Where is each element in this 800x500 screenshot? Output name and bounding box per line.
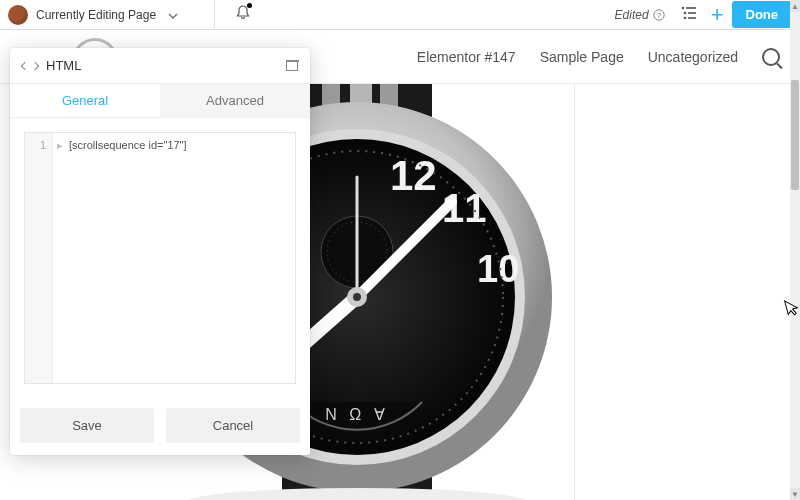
svg-text:?: ? <box>656 11 661 20</box>
line-gutter: 1 <box>25 133 53 383</box>
svg-rect-7 <box>688 17 696 19</box>
add-module-button[interactable]: + <box>703 2 732 28</box>
edited-label: Edited <box>615 8 649 22</box>
scroll-up-button[interactable]: ▲ <box>790 0 800 12</box>
svg-point-2 <box>681 6 684 9</box>
outline-button[interactable] <box>675 2 703 28</box>
svg-text:10: 10 <box>477 248 519 290</box>
outline-icon <box>681 6 697 20</box>
popout-button[interactable] <box>286 61 298 71</box>
module-editor-panel: HTML General Advanced 1 ▸ [scrollsequenc… <box>10 48 310 455</box>
builder-admin-bar: Currently Editing Page Edited ? + Done <box>0 0 800 30</box>
nav-link-elementor[interactable]: Elementor #147 <box>417 49 516 65</box>
avatar[interactable] <box>8 5 28 25</box>
fold-gutter: ▸ <box>53 133 67 383</box>
svg-point-6 <box>683 16 686 19</box>
code-icon <box>22 60 38 72</box>
chevron-down-icon <box>168 13 178 19</box>
scroll-thumb[interactable] <box>791 80 799 190</box>
svg-rect-3 <box>686 7 696 9</box>
html-code-editor[interactable]: 1 ▸ [scrollsequence id="17"] <box>24 132 296 384</box>
edited-status: Edited ? <box>615 8 665 22</box>
editing-page-label: Currently Editing Page <box>36 8 156 22</box>
page-dropdown-chevron[interactable] <box>160 2 186 28</box>
editor-header[interactable]: HTML <box>10 48 310 84</box>
tab-advanced[interactable]: Advanced <box>160 84 310 117</box>
svg-rect-5 <box>688 12 696 14</box>
scroll-down-button[interactable]: ▼ <box>790 488 800 500</box>
svg-text:12: 12 <box>390 152 437 199</box>
svg-point-30 <box>187 488 527 500</box>
divider <box>214 0 226 30</box>
code-content[interactable]: [scrollsequence id="17"] <box>67 133 295 383</box>
cancel-button[interactable]: Cancel <box>166 408 300 443</box>
nav-link-sample[interactable]: Sample Page <box>540 49 624 65</box>
editor-footer: Save Cancel <box>10 398 310 455</box>
nav-link-uncategorized[interactable]: Uncategorized <box>648 49 738 65</box>
vertical-scrollbar[interactable]: ▲ ▼ <box>790 0 800 500</box>
done-button[interactable]: Done <box>732 1 793 28</box>
editor-tabs: General Advanced <box>10 84 310 118</box>
tab-general[interactable]: General <box>10 84 160 117</box>
editor-body: 1 ▸ [scrollsequence id="17"] <box>10 118 310 398</box>
help-icon[interactable]: ? <box>653 9 665 21</box>
notifications-button[interactable] <box>236 5 250 24</box>
editor-title: HTML <box>46 58 286 73</box>
svg-text:N Ω ∀: N Ω ∀ <box>325 406 388 423</box>
svg-point-4 <box>683 11 686 14</box>
save-button[interactable]: Save <box>20 408 154 443</box>
svg-point-29 <box>353 293 361 301</box>
search-icon[interactable] <box>762 48 780 66</box>
notification-dot-icon <box>247 3 252 8</box>
